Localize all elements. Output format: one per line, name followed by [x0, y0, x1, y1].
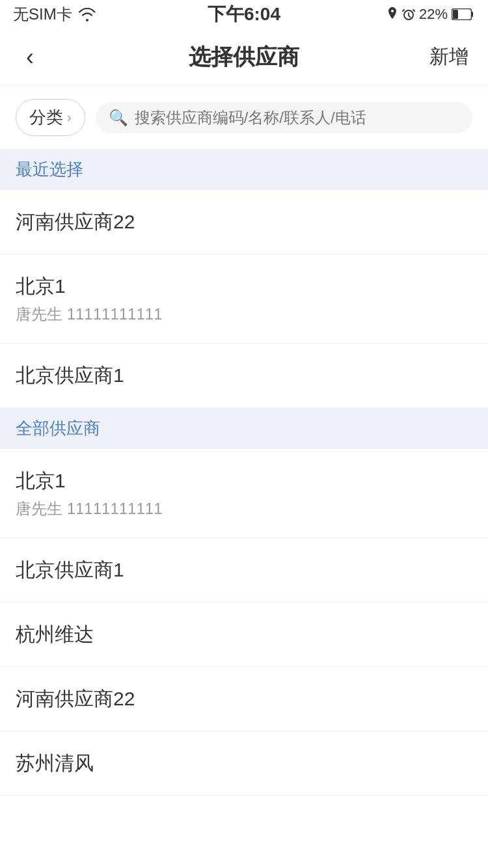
item-name: 北京供应商1 [16, 362, 472, 389]
filter-row: 分类 › 🔍 [0, 86, 488, 149]
carrier-label: 无SIM卡 [13, 4, 72, 25]
list-item[interactable]: 北京供应商1 [0, 538, 488, 603]
category-button[interactable]: 分类 › [16, 99, 85, 136]
item-sub: 唐先生 11111111111 [16, 498, 472, 519]
chevron-right-icon: › [67, 110, 72, 125]
all-section-header: 全部供应商 [0, 408, 488, 449]
list-item[interactable]: 杭州维达 [0, 603, 488, 667]
status-right: 22% [386, 6, 475, 23]
list-item[interactable]: 北京1唐先生 11111111111 [0, 449, 488, 538]
status-left: 无SIM卡 [13, 4, 97, 25]
item-sub: 唐先生 11111111111 [16, 304, 472, 325]
item-name: 北京1 [16, 467, 472, 495]
category-label: 分类 [29, 106, 63, 129]
item-name: 河南供应商22 [16, 208, 472, 236]
list-item[interactable]: 河南供应商22 [0, 190, 488, 254]
list-item[interactable]: 河南供应商22 [0, 667, 488, 731]
search-input[interactable] [135, 109, 459, 127]
status-bar: 无SIM卡 下午6:04 22% [0, 0, 488, 29]
item-name: 杭州维达 [16, 621, 472, 648]
recent-section-header: 最近选择 [0, 149, 488, 190]
back-button[interactable]: ‹ [20, 37, 40, 77]
alarm-icon [402, 7, 415, 21]
add-button[interactable]: 新增 [429, 44, 468, 70]
list-item[interactable]: 北京1唐先生 11111111111 [0, 254, 488, 344]
list-item[interactable]: 北京供应商1 [0, 344, 488, 408]
recent-list: 河南供应商22北京1唐先生 11111111111北京供应商1 [0, 190, 488, 408]
svg-rect-2 [453, 10, 458, 19]
item-name: 河南供应商22 [16, 685, 472, 712]
location-icon [386, 7, 398, 21]
item-name: 北京1 [16, 273, 472, 300]
list-item[interactable]: 苏州清风 [0, 731, 488, 796]
status-time: 下午6:04 [208, 2, 280, 27]
all-list: 北京1唐先生 11111111111北京供应商1杭州维达河南供应商22苏州清风 [0, 449, 488, 796]
page-title: 选择供应商 [189, 42, 299, 72]
battery-label: 22% [419, 6, 448, 23]
search-icon: 🔍 [109, 109, 128, 127]
item-name: 苏州清风 [16, 750, 472, 777]
nav-bar: ‹ 选择供应商 新增 [0, 29, 488, 86]
battery-icon [452, 8, 475, 20]
search-box[interactable]: 🔍 [96, 102, 472, 133]
item-name: 北京供应商1 [16, 556, 472, 584]
wifi-icon [77, 7, 97, 21]
